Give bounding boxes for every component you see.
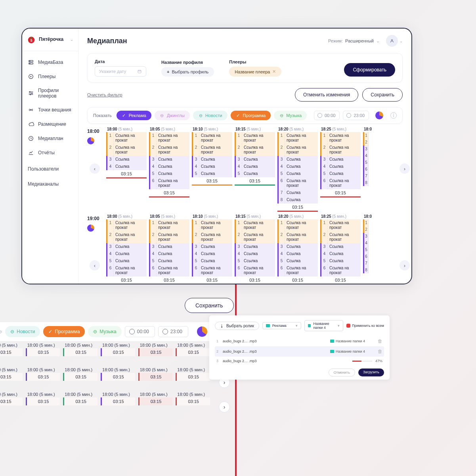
generate-button[interactable]: Сформировать: [344, 63, 395, 77]
bg-upload-cancel[interactable]: Отменить: [329, 369, 355, 376]
slot-item[interactable]: 1Ссылка на прокат: [277, 132, 318, 144]
time-slot[interactable]: 18:10 (5 мин.)1Ссылка на прокат2Ссылка н…: [192, 214, 232, 284]
pill-music[interactable]: ⊖Музыка: [274, 111, 307, 120]
info-icon[interactable]: i: [390, 112, 397, 119]
slot-item[interactable]: 2Ссылка на прокат: [320, 231, 361, 243]
time-slot[interactable]: 18:15 (5 мин.)1Ссылка на прокат2Ссылка н…: [235, 127, 275, 212]
slot-item[interactable]: 5Ссылка: [149, 257, 189, 265]
upload-row[interactable]: 3audio_bugs 2… .mp347%: [215, 357, 384, 365]
slot-item[interactable]: 5Ссылка: [277, 170, 318, 177]
slot-item[interactable]: 2Ссылка на прокат: [235, 231, 275, 243]
time-slot[interactable]: 18:00 (5 мин.)1Ссылка на прокат2Ссылка н…: [106, 127, 147, 212]
bg-upload-category[interactable]: Реклама▾: [262, 322, 301, 329]
bg-save-button[interactable]: Сохранить: [185, 298, 234, 313]
upload-row[interactable]: 2audio_bugs 2… .mp3Название папки 4🗑: [215, 346, 384, 357]
time-slot[interactable]: 18:10 (5 мин.)1Ссылка на прокат2Ссылка н…: [192, 127, 232, 212]
slot-item[interactable]: 8Ссылка: [277, 196, 318, 203]
slot-item[interactable]: 2: [363, 139, 369, 146]
clear-filter-link[interactable]: Очистить фильтр: [87, 92, 122, 97]
schedule-next[interactable]: ›: [400, 163, 410, 174]
slot-item[interactable]: 4Ссылка: [235, 163, 275, 170]
upload-row[interactable]: 1audio_bugs 2… .mp3Название папки 4🗑: [215, 336, 384, 346]
slot-item[interactable]: 7Ссылка: [277, 189, 318, 196]
pill-jingles[interactable]: ⊖Джинглы: [155, 111, 190, 120]
time-slot[interactable]: 18:00 (5 мин.)1Ссылка на прокат2Ссылка н…: [106, 214, 147, 284]
slot-item[interactable]: 2Ссылка на прокат: [192, 231, 232, 243]
pill-program[interactable]: ✓Программа: [231, 111, 271, 120]
slot-item[interactable]: 4Ссылка: [149, 163, 189, 170]
time-slot[interactable]: 18:25 (5 мин.)1Ссылка на прокат2Ссылка н…: [320, 127, 361, 212]
save-button[interactable]: Сохранить: [362, 88, 403, 102]
slot-item[interactable]: 3Ссылка: [192, 243, 232, 250]
slot-item[interactable]: 1Ссылка на прокат: [277, 219, 318, 231]
slot-item[interactable]: 3: [363, 233, 369, 240]
bg-nav-next-2[interactable]: ›: [219, 401, 230, 413]
bg-upload-apply-all[interactable]: Применить ко всем: [346, 324, 384, 328]
pill-news[interactable]: ⊖Новости: [193, 111, 227, 120]
bg-pill-music[interactable]: ⊖Музыка: [88, 326, 121, 337]
slot-item[interactable]: 5Ссылка: [235, 170, 275, 177]
slot-item[interactable]: 6Ссылка на прокат: [277, 177, 318, 189]
slot-item[interactable]: 1Ссылка на прокат: [320, 132, 361, 144]
slot-item[interactable]: 4Ссылка: [106, 163, 147, 170]
slot-item[interactable]: 3Ссылка: [149, 156, 189, 163]
bg-pill-program[interactable]: ✓Программа: [43, 326, 85, 337]
pill-ad[interactable]: ✓Реклама: [117, 111, 151, 120]
nav-channels[interactable]: Медиаканалы: [22, 177, 78, 192]
slot-item[interactable]: 5Ссылка: [320, 170, 361, 177]
slot-item[interactable]: 3Ссылка: [320, 156, 361, 163]
slot-item[interactable]: 2Ссылка на прокат: [192, 144, 232, 156]
schedule-prev-2[interactable]: ‹: [90, 260, 100, 271]
slot-item[interactable]: 3Ссылка: [192, 156, 232, 163]
slot-item[interactable]: 5: [363, 159, 369, 166]
time-slot[interactable]: 18:20 (5 мин.)1Ссылка на прокат2Ссылка н…: [277, 214, 318, 284]
slot-item[interactable]: 5Ссылка: [192, 257, 232, 265]
schedule-strip[interactable]: 18:00 (5 мин.)1Ссылка на прокат2Ссылка н…: [106, 127, 403, 214]
brand-switcher[interactable]: 5 Пятёрочка ⌄: [22, 29, 78, 51]
slot-item[interactable]: 4Ссылка: [192, 250, 232, 257]
schedule-prev[interactable]: ‹: [90, 163, 100, 174]
slot-item[interactable]: 6: [363, 253, 369, 260]
nav-mediabase[interactable]: МедиаБаза: [22, 55, 78, 69]
slot-item[interactable]: 3: [363, 146, 369, 152]
slot-item[interactable]: 3Ссылка: [106, 243, 147, 250]
schedule-next-2[interactable]: ›: [400, 260, 410, 271]
slot-item[interactable]: 6Ссылка на прокат: [149, 265, 189, 276]
slot-item[interactable]: 1Ссылка на прокат: [106, 132, 147, 144]
slot-item[interactable]: 3Ссылка: [106, 156, 147, 163]
slot-item[interactable]: 6Ссылка на прокат: [192, 265, 232, 276]
slot-item[interactable]: 1Ссылка на прокат: [149, 132, 189, 144]
slot-item[interactable]: 2Ссылка на прокат: [277, 144, 318, 156]
slot-item[interactable]: 6Ссылка на прокат: [320, 265, 361, 276]
schedule-strip[interactable]: 18:00 (5 мин.)1Ссылка на прокат2Ссылка н…: [106, 214, 403, 284]
slot-item[interactable]: 4Ссылка: [106, 250, 147, 257]
bg-upload-submit[interactable]: Загрузить: [358, 369, 384, 376]
bg-upload-folder[interactable]: Название папки 4▾: [304, 320, 343, 331]
slot-item[interactable]: 4Ссылка: [235, 250, 275, 257]
nav-players[interactable]: Плееры: [22, 69, 78, 84]
remove-tag-icon[interactable]: ✕: [272, 69, 276, 74]
slot-item[interactable]: 6Ссылка на прокат: [149, 177, 189, 189]
slot-item[interactable]: 1Ссылка на прокат: [235, 132, 275, 144]
slot-item[interactable]: 4: [363, 240, 369, 246]
time-slot[interactable]: 18:25 (5 мин.)1Ссылка на прокат2Ссылка н…: [320, 214, 361, 284]
slot-item[interactable]: 1: [363, 219, 369, 226]
slot-item[interactable]: 6Ссылка на прокат: [277, 265, 318, 276]
slot-item[interactable]: 8: [363, 179, 369, 186]
slot-item[interactable]: 2Ссылка на прокат: [235, 144, 275, 156]
slot-item[interactable]: 1Ссылка на прокат: [320, 219, 361, 231]
nav-profiles[interactable]: Профили плееров: [22, 84, 78, 103]
time-slot[interactable]: 18:0 12345678: [363, 127, 369, 212]
bg-time-from[interactable]: 00:00: [125, 326, 155, 337]
user-menu[interactable]: ⌄: [386, 35, 403, 47]
slot-item[interactable]: 5: [363, 246, 369, 253]
slot-item[interactable]: 2Ссылка на прокат: [106, 144, 147, 156]
slot-item[interactable]: 1Ссылка на прокат: [235, 219, 275, 231]
slot-item[interactable]: 4Ссылка: [149, 250, 189, 257]
add-profile-chip[interactable]: +Выбрать профиль: [161, 67, 214, 77]
slot-item[interactable]: 6Ссылка на прокат: [235, 265, 275, 276]
slot-item[interactable]: 7: [363, 260, 369, 267]
time-slot[interactable]: 18:20 (5 мин.)1Ссылка на прокат2Ссылка н…: [277, 127, 318, 212]
slot-item[interactable]: 1Ссылка на прокат: [192, 132, 232, 144]
slot-item[interactable]: 6: [363, 166, 369, 173]
